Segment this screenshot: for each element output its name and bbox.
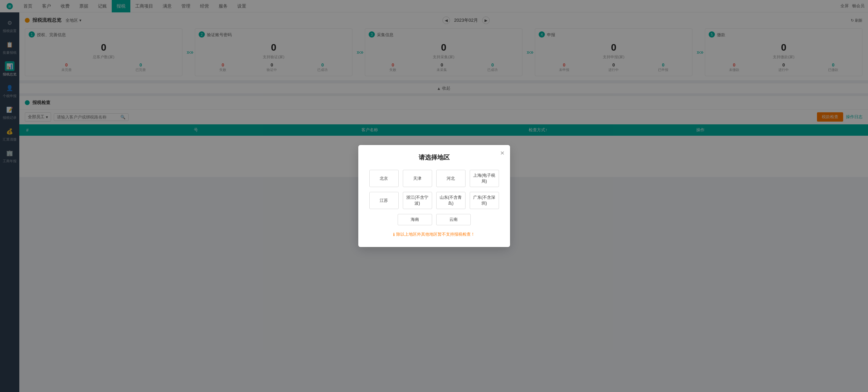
- region-row-1: 北京天津河北上海(电子税局): [369, 170, 499, 187]
- region-btn-浙江(不含宁波)[interactable]: 浙江(不含宁波): [403, 192, 432, 209]
- warning-message: 除以上地区外其他地区暂不支持报税检查！: [396, 231, 475, 237]
- modal-title: 请选择地区: [369, 153, 499, 162]
- region-btn-山东(不含青岛)[interactable]: 山东(不含青岛): [436, 192, 466, 209]
- region-btn-江苏[interactable]: 江苏: [369, 192, 399, 209]
- region-btn-海南[interactable]: 海南: [398, 214, 432, 225]
- warning-icon: ℹ: [393, 232, 395, 237]
- region-btn-云南[interactable]: 云南: [436, 214, 471, 225]
- modal-overlay[interactable]: ✕ 请选择地区 北京天津河北上海(电子税局) 江苏浙江(不含宁波)山东(不含青岛…: [0, 0, 868, 392]
- region-btn-河北[interactable]: 河北: [436, 170, 466, 187]
- region-btn-上海(电子税局)[interactable]: 上海(电子税局): [470, 170, 499, 187]
- region-btn-天津[interactable]: 天津: [403, 170, 432, 187]
- region-row-3: 海南云南: [369, 214, 499, 225]
- region-modal: ✕ 请选择地区 北京天津河北上海(电子税局) 江苏浙江(不含宁波)山东(不含青岛…: [358, 145, 510, 247]
- modal-close-btn[interactable]: ✕: [500, 150, 505, 156]
- region-btn-北京[interactable]: 北京: [369, 170, 399, 187]
- warning-text: ℹ 除以上地区外其他地区暂不支持报税检查！: [369, 231, 499, 237]
- region-row-2: 江苏浙江(不含宁波)山东(不含青岛)广东(不含深圳): [369, 192, 499, 209]
- region-btn-广东(不含深圳)[interactable]: 广东(不含深圳): [470, 192, 499, 209]
